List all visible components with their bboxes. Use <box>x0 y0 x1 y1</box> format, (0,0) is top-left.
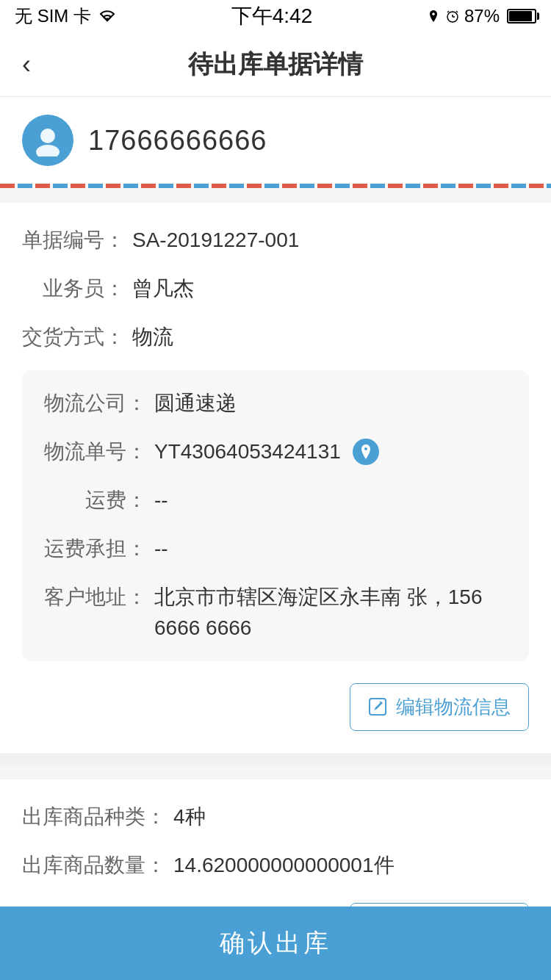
edit-icon <box>368 697 389 718</box>
freight-row: 运费： -- <box>44 485 507 516</box>
avatar <box>22 115 73 166</box>
svg-line-3 <box>447 11 449 12</box>
logistics-card: 物流公司： 圆通速递 物流单号： YT43064053424131 运费： --… <box>22 370 529 661</box>
user-header: 17666666666 <box>0 97 551 184</box>
address-label: 客户地址： <box>44 582 147 613</box>
product-types-label: 出库商品种类： <box>22 801 166 832</box>
confirm-outbound-label: 确认出库 <box>220 926 331 960</box>
svg-point-6 <box>36 145 60 156</box>
edit-button-container: 编辑物流信息 <box>22 683 529 731</box>
freight-label: 运费： <box>44 485 147 516</box>
basic-info-section: 单据编号： SA-20191227-001 业务员： 曾凡杰 交货方式： 物流 … <box>0 203 551 753</box>
page-title: 待出库单据详情 <box>188 48 363 82</box>
svg-point-5 <box>40 129 55 143</box>
status-time: 下午4:42 <box>231 2 313 30</box>
tracking-number-row: 物流单号： YT43064053424131 <box>44 436 507 467</box>
delivery-method-row: 交货方式： 物流 <box>22 322 529 353</box>
salesperson-row: 业务员： 曾凡杰 <box>22 273 529 304</box>
status-bar: 无 SIM 卡 下午4:42 87% <box>0 0 551 32</box>
logistics-company-row: 物流公司： 圆通速递 <box>44 388 507 419</box>
tracking-number-label: 物流单号： <box>44 436 147 467</box>
freight-bearer-row: 运费承担： -- <box>44 533 507 564</box>
freight-bearer-label: 运费承担： <box>44 533 147 564</box>
tracking-location-icon[interactable] <box>353 439 379 465</box>
freight-value: -- <box>154 485 507 516</box>
salesperson-value: 曾凡杰 <box>132 273 529 304</box>
product-types-row: 出库商品种类： 4种 <box>22 801 529 832</box>
product-quantity-row: 出库商品数量： 14.620000000000001件 <box>22 850 529 881</box>
battery-icon <box>507 9 536 24</box>
delivery-method-value: 物流 <box>132 322 529 353</box>
tracking-number-value: YT43064053424131 <box>154 436 507 467</box>
product-quantity-label: 出库商品数量： <box>22 850 166 881</box>
document-number-row: 单据编号： SA-20191227-001 <box>22 225 529 256</box>
back-button[interactable]: ‹ <box>15 42 38 87</box>
tracking-number-text: YT43064053424131 <box>154 436 341 467</box>
address-row: 客户地址： 北京市市辖区海淀区永丰南 张，156 6666 6666 <box>44 582 507 644</box>
sim-status: 无 SIM 卡 <box>15 4 91 28</box>
avatar-icon <box>32 124 64 156</box>
user-phone: 17666666666 <box>88 125 267 156</box>
document-number-value: SA-20191227-001 <box>132 225 529 256</box>
edit-logistics-label: 编辑物流信息 <box>396 694 511 720</box>
dashed-divider <box>0 184 551 188</box>
delivery-method-label: 交货方式： <box>22 322 125 353</box>
location-icon <box>426 9 441 24</box>
svg-line-4 <box>456 11 458 12</box>
wifi-icon <box>97 9 118 24</box>
product-quantity-value: 14.620000000000001件 <box>173 850 529 881</box>
logistics-company-value: 圆通速递 <box>154 388 507 419</box>
confirm-outbound-button[interactable]: 确认出库 <box>0 907 551 980</box>
edit-logistics-button[interactable]: 编辑物流信息 <box>350 683 529 731</box>
product-types-value: 4种 <box>173 801 529 832</box>
salesperson-label: 业务员： <box>22 273 125 304</box>
freight-bearer-value: -- <box>154 533 507 564</box>
alarm-icon <box>445 9 460 24</box>
status-left: 无 SIM 卡 <box>15 4 118 28</box>
document-number-label: 单据编号： <box>22 225 125 256</box>
battery-percent: 87% <box>464 6 500 26</box>
gray-separator-1 <box>0 753 551 765</box>
logistics-company-label: 物流公司： <box>44 388 147 419</box>
status-right: 87% <box>426 6 536 26</box>
address-value: 北京市市辖区海淀区永丰南 张，156 6666 6666 <box>154 582 507 644</box>
nav-bar: ‹ 待出库单据详情 <box>0 32 551 97</box>
